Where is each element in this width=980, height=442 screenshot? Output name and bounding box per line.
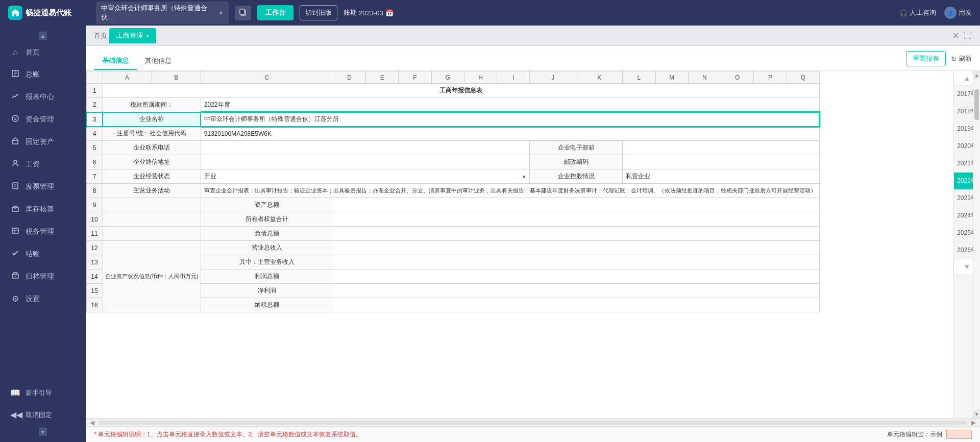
col-header-o[interactable]: O <box>721 71 754 84</box>
cell-14-value[interactable] <box>333 269 819 284</box>
copy-button[interactable] <box>235 6 251 20</box>
col-header-g[interactable]: G <box>431 71 464 84</box>
subtab-basic[interactable]: 基础信息 <box>94 53 137 70</box>
horizontal-scrollbar[interactable]: ◀ ▶ <box>86 418 980 426</box>
cell-10-value[interactable] <box>333 212 819 227</box>
company-selector[interactable]: 中审众环会计师事务所（特殊普通合伙… ▼ <box>96 2 229 24</box>
sidebar-item-reports[interactable]: 报表中心 <box>0 86 86 108</box>
tab-home[interactable]: 首页 <box>94 31 107 40</box>
cell-15-sublabel[interactable]: 净利润 <box>201 284 333 298</box>
cell-16-sublabel[interactable]: 纳税总额 <box>201 298 333 312</box>
cell-10-sublabel[interactable]: 所有者权益合计 <box>201 212 333 227</box>
sidebar-item-assets[interactable]: 固定资产 <box>0 131 86 153</box>
col-header-a[interactable]: A <box>103 71 152 84</box>
sidebar-scroll-up[interactable]: ▲ <box>39 32 47 40</box>
page-content: 基础信息 其他信息 重置报表 ↻ 刷新 <box>86 46 980 442</box>
cell-2-value[interactable]: 2022年度 <box>201 98 819 112</box>
col-header-f[interactable]: F <box>399 71 431 84</box>
hscroll-right-arrow[interactable]: ▶ <box>969 419 978 426</box>
sidebar-item-home[interactable]: ⌂ 首页 <box>0 42 86 63</box>
col-header-b[interactable]: B <box>152 71 201 84</box>
refresh-button[interactable]: ↻ 刷新 <box>951 54 972 63</box>
tab-industrial-management[interactable]: 工商管理 × <box>109 28 156 43</box>
col-header-k[interactable]: K <box>576 71 623 84</box>
cell-3-value[interactable]: 中审众环会计师事务所（特殊普通合伙）江苏分所 <box>201 112 819 127</box>
sidebar-item-ledger[interactable]: 总账 <box>0 63 86 86</box>
cell-5-label[interactable]: 企业联系电话 <box>103 141 201 155</box>
cell-5-right-label[interactable]: 企业电子邮箱 <box>530 141 623 155</box>
user-menu[interactable]: 👤 用友 <box>944 7 972 19</box>
scroll-track[interactable] <box>973 79 980 410</box>
cell-9-value[interactable] <box>333 198 819 212</box>
cell-6-right-label[interactable]: 邮政编码 <box>530 155 623 169</box>
cell-title[interactable]: 工商年报信息表 <box>103 84 819 98</box>
cell-14-sublabel[interactable]: 利润总额 <box>201 269 333 284</box>
cell-16-value[interactable] <box>333 298 819 312</box>
col-header-c[interactable]: C <box>201 71 333 84</box>
close-tab-icon[interactable]: × <box>146 33 149 39</box>
sidebar-item-newbie[interactable]: 📖 新手引导 <box>0 382 86 404</box>
cell-9-sublabel[interactable]: 资产总额 <box>201 198 333 212</box>
sidebar-item-archive[interactable]: 归档管理 <box>0 265 86 288</box>
switch-version-button[interactable]: 切到旧版 <box>300 5 337 20</box>
cell-13-value[interactable] <box>333 255 819 269</box>
workbench-button[interactable]: 工作台 <box>257 5 293 20</box>
cell-4-label[interactable]: 注册号/统一社会信用代码 <box>103 127 201 141</box>
cell-12-sublabel[interactable]: 营业总收入 <box>201 241 333 255</box>
support-button[interactable]: 🎧 人工咨询 <box>899 8 936 17</box>
cell-4-value[interactable]: 91320100MA208E5W6K <box>201 127 819 141</box>
cell-15-value[interactable] <box>333 284 819 298</box>
sidebar-item-invoice[interactable]: 发票管理 <box>0 176 86 198</box>
col-header-d[interactable]: D <box>333 71 365 84</box>
sidebar-item-checkout[interactable]: 结账 <box>0 243 86 265</box>
expand-icon[interactable]: ⛶ <box>964 31 972 40</box>
cell-13-sublabel[interactable]: 其中：主营业务收入 <box>201 255 333 269</box>
cell-6-label[interactable]: 企业通信地址 <box>103 155 201 169</box>
cell-5-value[interactable] <box>201 141 530 155</box>
scroll-up-arrow[interactable]: ▲ <box>973 71 980 79</box>
col-header-q[interactable]: Q <box>787 71 819 84</box>
scroll-down-arrow[interactable]: ▼ <box>973 410 980 418</box>
cell-2-ab[interactable]: 税款所属期间： <box>103 98 201 112</box>
cell-7-value[interactable]: 开业 ▼ <box>201 169 530 184</box>
row-num-1: 1 <box>86 84 103 98</box>
col-header-p[interactable]: P <box>754 71 787 84</box>
reset-report-button[interactable]: 重置报表 <box>906 51 946 66</box>
cell-7-right-value[interactable]: 私营企业 <box>623 169 820 184</box>
sidebar-item-inventory[interactable]: 库存核算 <box>0 198 86 220</box>
col-header-j[interactable]: J <box>530 71 576 84</box>
sidebar-item-funds[interactable]: ¥ 资金管理 <box>0 108 86 131</box>
col-header-m[interactable]: M <box>655 71 688 84</box>
subtab-other[interactable]: 其他信息 <box>137 53 180 70</box>
cell-5-right-value[interactable] <box>623 141 820 155</box>
vertical-scrollbar[interactable]: ▲ ▼ <box>973 71 980 418</box>
hscroll-left-arrow[interactable]: ◀ <box>88 419 96 426</box>
sidebar-item-wages[interactable]: 工资 <box>0 153 86 176</box>
sidebar-item-unpin[interactable]: ◀◀ 取消固定 <box>0 404 86 426</box>
cell-12-value[interactable] <box>333 241 819 255</box>
sidebar-scroll-down[interactable]: ▼ <box>39 428 47 436</box>
row-num-8: 8 <box>86 184 103 198</box>
sheet-container[interactable]: A B C D E F G H I J <box>86 71 953 418</box>
col-header-e[interactable]: E <box>366 71 399 84</box>
hscroll-track[interactable] <box>99 421 967 425</box>
cell-11-value[interactable] <box>333 227 819 241</box>
period-label: 账期 <box>344 8 357 17</box>
calendar-icon[interactable]: 📅 <box>385 9 394 17</box>
close-panel-icon[interactable]: ✕ <box>952 30 960 41</box>
col-header-h[interactable]: H <box>464 71 497 84</box>
col-header-n[interactable]: N <box>688 71 721 84</box>
sidebar-item-settings[interactable]: ⚙ 设置 <box>0 288 86 310</box>
col-header-l[interactable]: L <box>623 71 655 84</box>
sidebar-item-tax[interactable]: 税务管理 <box>0 220 86 243</box>
cell-7-right-label[interactable]: 企业控股情况 <box>530 169 623 184</box>
cell-3-label[interactable]: 企业名称 <box>103 112 201 127</box>
cell-6-value[interactable] <box>201 155 530 169</box>
cell-7-label[interactable]: 企业经营状态 <box>103 169 201 184</box>
cell-8-label[interactable]: 主营业务活动 <box>103 184 201 198</box>
scroll-thumb[interactable] <box>974 89 979 120</box>
cell-8-value[interactable]: 审查企业会计报表；出具审计报告；验证企业资本；出具验资报告；办理企业合开、分立、… <box>201 184 819 198</box>
cell-6-right-value[interactable] <box>623 155 820 169</box>
cell-11-sublabel[interactable]: 负债总额 <box>201 227 333 241</box>
col-header-i[interactable]: I <box>497 71 530 84</box>
